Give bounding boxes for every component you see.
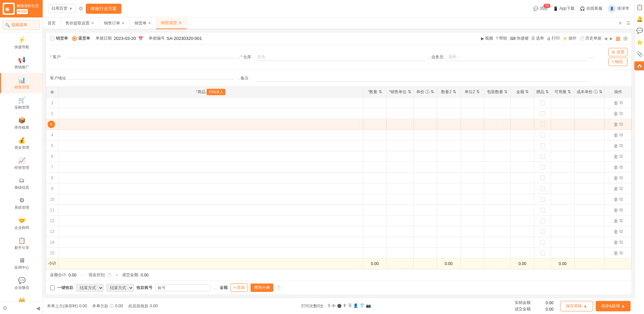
delete-row-icon[interactable]: 🗑 — [613, 240, 618, 245]
copy-row-icon[interactable]: ⧉ — [620, 132, 623, 138]
cost-unit-price-cell[interactable] — [575, 108, 605, 119]
delete-row-icon[interactable]: 🗑 — [613, 186, 618, 191]
save-draft-button[interactable]: 保存草稿 ▲ — [560, 301, 593, 311]
topbar-settings-icon[interactable]: ⚙ — [78, 5, 83, 12]
sort-icon[interactable]: ⇅ — [545, 89, 549, 94]
quantity-cell[interactable] — [363, 108, 387, 119]
tab-home[interactable]: 首页 — [43, 17, 61, 29]
gift-checkbox[interactable] — [540, 101, 545, 105]
sort-icon[interactable]: ⇅ — [504, 89, 507, 94]
cost-unit-price-cell[interactable] — [575, 98, 605, 108]
sort-icon[interactable]: ⇅ — [379, 89, 382, 94]
table-settings-icon[interactable]: ⚙ — [50, 90, 54, 95]
message-button[interactable]: 💬 消息 70 — [533, 6, 548, 11]
warehouse-input[interactable]: 总仓 — [256, 53, 425, 61]
pkg-qty-cell-active[interactable] — [484, 119, 511, 130]
amount-cell-active[interactable] — [511, 119, 534, 130]
copy-row-icon[interactable]: ⧉ — [620, 175, 623, 181]
tool-icon-8[interactable]: 📷 — [366, 303, 371, 309]
unit-price-cell[interactable] — [414, 108, 437, 119]
tab-menu-icon[interactable]: ☰ — [625, 20, 632, 26]
unit2-cell-active[interactable] — [461, 119, 484, 130]
payment-info-icon[interactable]: ? — [276, 286, 281, 290]
tab-price-setting-close[interactable]: ✕ — [91, 21, 94, 25]
staff-input[interactable]: 选择... — [447, 53, 587, 61]
copy-row-icon[interactable]: ⧉ — [620, 186, 623, 191]
delete-row-icon[interactable]: 🗑 — [613, 154, 618, 159]
tab-sales-order-close[interactable]: ✕ — [121, 21, 125, 25]
copy-row-icon[interactable]: ⧉ — [620, 153, 623, 159]
settings-btn[interactable]: ⚙ 设置 — [608, 48, 628, 56]
product-input[interactable] — [60, 122, 362, 127]
sort-icon[interactable]: ⇅ — [408, 89, 411, 94]
nav-prev-icon[interactable]: ◀ — [604, 36, 607, 41]
account-input[interactable] — [155, 284, 210, 292]
settlement-select[interactable]: 结算方式 — [76, 284, 104, 292]
sort-icon[interactable]: ⇅ — [568, 89, 571, 94]
delete-row-icon[interactable]: 🗑 — [613, 229, 618, 234]
delete-row-icon[interactable]: 🗑 — [613, 207, 618, 213]
calc-select[interactable]: 结算方式 — [106, 284, 134, 292]
tool-icon-2[interactable]: 中 — [332, 303, 336, 309]
available-cell[interactable] — [551, 108, 575, 119]
sort-icon[interactable]: ⇅ — [431, 89, 434, 94]
sidebar-item-purchase[interactable]: 🛒 采购管理 — [0, 93, 43, 113]
gift-cell[interactable] — [534, 98, 551, 108]
qty2-cell-active[interactable] — [437, 119, 461, 130]
view-grid-icon[interactable]: ⊞ — [623, 35, 628, 42]
sidebar-item-appstore[interactable]: 🖥 应用中心 — [0, 254, 43, 273]
product-cell[interactable] — [58, 98, 363, 108]
qty2-cell[interactable] — [437, 108, 461, 119]
remark-input[interactable] — [256, 74, 587, 82]
sidebar-settings-icon[interactable]: ⚙ — [3, 305, 7, 311]
cost-unit-price-cell-active[interactable] — [575, 119, 605, 130]
gift-checkbox[interactable] — [540, 111, 545, 116]
copy-row-icon[interactable]: ⧉ — [620, 164, 623, 170]
sales-unit-cell-active[interactable] — [387, 119, 414, 130]
address-input[interactable] — [68, 77, 234, 79]
delete-row-icon[interactable]: 🗑 — [613, 175, 618, 181]
right-panel-doc-icon[interactable]: 📋 — [635, 3, 644, 12]
scan-input-button[interactable]: 扫码录入 — [207, 89, 225, 95]
delete-row-icon[interactable]: 🗑 — [613, 165, 618, 170]
tab-sales-delivery[interactable]: 销货单 ✕ — [130, 17, 156, 29]
tab-sales-return[interactable]: 销货退货 ✕ — [156, 17, 187, 29]
sidebar-item-basic[interactable]: 🗂 基础信息 — [0, 174, 43, 193]
add-row-button[interactable]: + — [48, 121, 55, 128]
qty2-cell[interactable] — [437, 98, 461, 108]
copy-row-icon[interactable]: ⧉ — [620, 121, 623, 127]
tool-icon-7[interactable]: 👕 — [360, 303, 365, 309]
tool-icon-3[interactable]: ⬤ — [337, 303, 341, 309]
sort-icon[interactable]: ⇅ — [453, 89, 456, 94]
user-menu[interactable]: 👤 徐泽华 — [608, 5, 629, 13]
sidebar-collapse-icon[interactable]: ◀ — [36, 305, 40, 311]
th-settings[interactable]: ⚙ — [46, 87, 58, 98]
sidebar-item-enterprise[interactable]: 🤝 企业协同 — [0, 213, 43, 234]
copy-row-icon[interactable]: ⧉ — [620, 111, 623, 116]
tab-sales-return-close[interactable]: ✕ — [178, 20, 182, 25]
calendar-icon[interactable]: 📅 — [138, 36, 143, 41]
gift-cell-active[interactable] — [534, 119, 551, 130]
tool-icon-6[interactable]: 👤 — [353, 303, 358, 309]
expense-split-button[interactable]: 费用分摊 — [251, 284, 273, 292]
one-click-checkbox[interactable] — [50, 286, 55, 290]
tool-icon-5[interactable]: ☰ — [348, 303, 352, 309]
copy-row-icon[interactable]: ⧉ — [620, 100, 623, 106]
sidebar-item-weixin[interactable]: 💬 企业微信 — [0, 273, 43, 294]
discount-info-icon[interactable]: ? — [107, 273, 112, 277]
copy-row-icon[interactable]: ⧉ — [620, 207, 623, 213]
operate-btn[interactable]: ⚡ 操作 — [562, 36, 577, 41]
quantity-cell-active[interactable] — [363, 119, 387, 130]
amount-cell[interactable] — [511, 98, 534, 108]
gift-cell[interactable] — [534, 108, 551, 119]
sidebar-item-guide[interactable]: 📋 新手引导 — [0, 234, 43, 254]
sidebar-item-system[interactable]: ⚙ 系统管理 — [0, 193, 43, 213]
unit2-cell[interactable] — [461, 108, 484, 119]
sidebar-item-inventory[interactable]: 📦 库存核算 — [0, 113, 43, 133]
delete-row-icon[interactable]: 🗑 — [613, 197, 618, 202]
print-btn[interactable]: 🖨 打印 — [547, 36, 560, 41]
right-panel-chat-icon[interactable]: 💬 — [635, 26, 644, 35]
tab-sales-delivery-close[interactable]: ✕ — [148, 21, 151, 25]
copy-row-icon[interactable]: ⧉ — [620, 250, 623, 256]
tool-icon-1[interactable]: S — [328, 303, 330, 309]
